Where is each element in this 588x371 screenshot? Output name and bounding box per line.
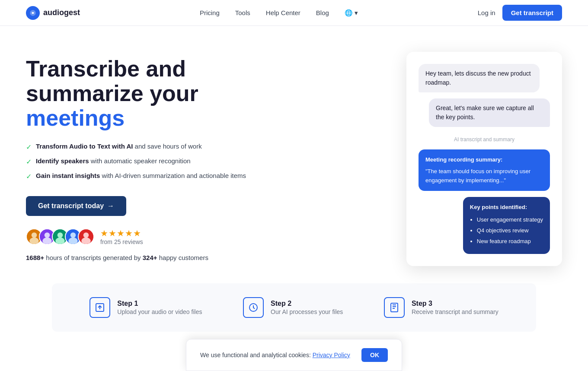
check-icon: ✓ — [26, 143, 32, 151]
navbar: audiogest Pricing Tools Help Center Blog… — [0, 0, 588, 26]
step-3-desc: Receive transcript and summary — [412, 308, 499, 315]
chat-divider: AI transcript and summary — [419, 136, 550, 143]
chat-message-1: Hey team, lets discuss the new product r… — [419, 64, 550, 92]
chat-keypoints: Key points identified: User engagement s… — [463, 197, 550, 254]
chat-preview-card: Hey team, lets discuss the new product r… — [406, 52, 562, 266]
cookie-banner: We use functional and analytical cookies… — [186, 339, 402, 371]
get-transcript-hero-button[interactable]: Get transcript today → — [26, 196, 126, 216]
get-transcript-nav-button[interactable]: Get transcript — [502, 5, 562, 21]
step-2: Step 2 Our AI processes your files — [243, 297, 343, 318]
feature-item: ✓ Identify speakers with automatic speak… — [26, 157, 246, 166]
nav-pricing[interactable]: Pricing — [200, 9, 220, 16]
nav-blog[interactable]: Blog — [316, 9, 329, 16]
check-icon: ✓ — [26, 158, 32, 166]
arrow-icon: → — [107, 202, 114, 210]
hero-title: Transcribe and summarize your meetings — [26, 57, 246, 131]
svg-point-9 — [55, 238, 64, 244]
navbar-actions: Log in Get transcript — [478, 5, 562, 21]
step-1: Step 1 Upload your audio or video files — [89, 297, 202, 318]
hero-section: Transcribe and summarize your meetings ✓… — [0, 26, 588, 283]
step-1-title: Step 1 — [117, 300, 202, 308]
svg-point-14 — [83, 232, 89, 238]
privacy-policy-link[interactable]: Privacy Policy — [313, 352, 350, 358]
step-3: Step 3 Receive transcript and summary — [384, 297, 499, 318]
nav-tools[interactable]: Tools — [235, 9, 250, 16]
nav-links: Pricing Tools Help Center Blog 🌐 ▾ — [200, 9, 358, 17]
lang-chevron: ▾ — [355, 9, 358, 17]
svg-point-3 — [29, 238, 38, 244]
star-rating: ★★★★★ — [100, 228, 143, 238]
step-3-title: Step 3 — [412, 300, 499, 308]
step-1-icon — [89, 297, 110, 318]
check-icon: ✓ — [26, 172, 32, 181]
globe-icon: 🌐 — [345, 9, 353, 17]
chat-message-2: Great, let's make sure we capture all th… — [419, 98, 550, 127]
avatar-group — [26, 228, 94, 245]
chat-summary: Meeting recording summary: "The team sho… — [419, 149, 550, 191]
steps-section: Step 1 Upload your audio or video files … — [52, 283, 536, 332]
svg-point-8 — [58, 232, 63, 238]
feature-item: ✓ Gain instant insights with AI-driven s… — [26, 172, 246, 181]
avatar — [78, 228, 94, 245]
cookie-ok-button[interactable]: OK — [361, 348, 388, 362]
language-selector[interactable]: 🌐 ▾ — [345, 9, 358, 17]
step-2-title: Step 2 — [271, 300, 343, 308]
feature-item: ✓ Transform Audio to Text with AI and sa… — [26, 143, 246, 151]
svg-point-6 — [42, 238, 51, 244]
hero-content: Transcribe and summarize your meetings ✓… — [26, 57, 246, 262]
svg-point-11 — [70, 232, 76, 238]
logo-link[interactable]: audiogest — [26, 6, 80, 20]
svg-point-5 — [45, 232, 50, 238]
reviews-count: from 25 reviews — [100, 238, 143, 245]
step-2-desc: Our AI processes your files — [271, 308, 343, 315]
step-3-icon — [384, 297, 405, 318]
nav-help[interactable]: Help Center — [266, 9, 300, 16]
cookie-text: We use functional and analytical cookies… — [200, 352, 355, 358]
svg-point-12 — [68, 238, 77, 244]
hero-reviews: ★★★★★ from 25 reviews — [26, 228, 246, 245]
logo-text: audiogest — [43, 8, 80, 17]
step-2-icon — [243, 297, 264, 318]
hero-features-list: ✓ Transform Audio to Text with AI and sa… — [26, 143, 246, 181]
svg-point-15 — [81, 238, 90, 244]
login-button[interactable]: Log in — [478, 9, 495, 16]
logo-icon — [26, 6, 40, 20]
step-1-desc: Upload your audio or video files — [117, 308, 202, 315]
svg-point-2 — [32, 232, 37, 238]
hero-stats: 1688+ hours of transcripts generated by … — [26, 254, 246, 261]
